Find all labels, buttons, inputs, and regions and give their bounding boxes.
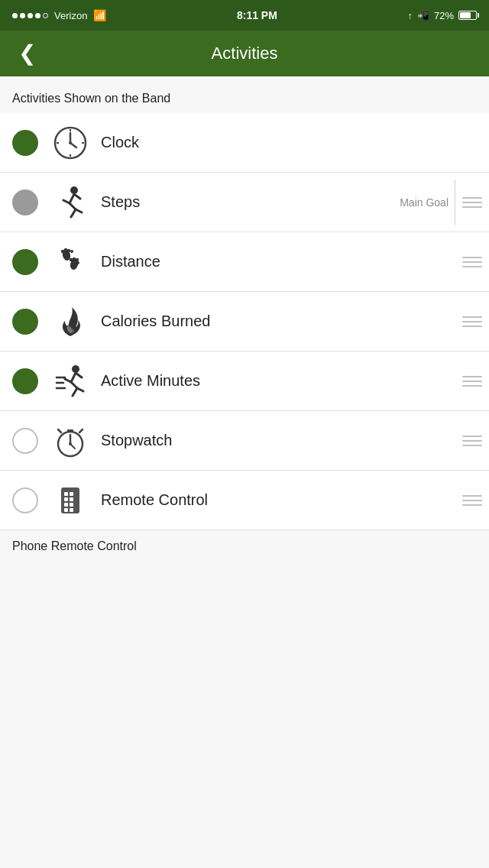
svg-line-13	[74, 194, 80, 199]
svg-line-9	[70, 194, 74, 203]
svg-point-17	[61, 249, 64, 252]
drag-line-2	[462, 321, 482, 322]
list-item: Active Minutes	[0, 351, 489, 411]
carrier-name: Verizon	[54, 10, 87, 21]
svg-line-27	[71, 382, 77, 388]
nav-bar: ❮ Activities	[0, 31, 489, 76]
svg-line-31	[77, 388, 83, 391]
svg-rect-48	[64, 503, 68, 507]
location-icon: ↑	[407, 10, 413, 21]
svg-rect-44	[70, 492, 73, 496]
svg-line-30	[76, 373, 82, 377]
stopwatch-label: Stopwatch	[101, 432, 455, 449]
nav-title: Activities	[212, 44, 278, 63]
toggle-stopwatch[interactable]	[12, 428, 38, 454]
drag-line-3	[462, 266, 482, 267]
distance-label: Distance	[101, 253, 455, 270]
dot-4	[35, 13, 40, 18]
svg-rect-50	[64, 508, 68, 512]
activity-list: Clock Steps Main Goal	[0, 113, 489, 530]
dot-3	[28, 13, 33, 18]
svg-point-18	[64, 248, 67, 251]
toggle-clock[interactable]	[12, 130, 38, 156]
svg-rect-38	[67, 429, 73, 432]
svg-rect-49	[70, 503, 73, 507]
status-time: 8:11 PM	[237, 9, 277, 21]
status-bar: Verizon 📶 8:11 PM ↑ 📲 72%	[0, 0, 489, 31]
calories-label: Calories Burned	[101, 313, 455, 330]
toggle-steps[interactable]	[12, 189, 38, 215]
distance-drag-handle[interactable]	[455, 245, 489, 279]
svg-line-39	[79, 429, 83, 432]
svg-point-41	[69, 442, 72, 445]
steps-drag-handle[interactable]	[455, 186, 489, 219]
active-minutes-icon	[50, 361, 90, 401]
svg-point-21	[70, 257, 73, 261]
drag-line-3	[462, 206, 482, 208]
toggle-active-minutes[interactable]	[12, 368, 38, 394]
svg-line-26	[71, 373, 76, 382]
svg-point-25	[72, 365, 79, 373]
list-item: Calories Burned	[0, 292, 489, 351]
battery-box	[458, 11, 477, 20]
signal-dots	[12, 13, 48, 18]
dot-1	[12, 13, 18, 18]
drag-line-1	[462, 436, 482, 437]
svg-point-20	[70, 250, 73, 253]
svg-rect-51	[70, 508, 73, 512]
calories-icon	[50, 302, 90, 342]
steps-icon	[50, 183, 90, 222]
svg-line-10	[70, 203, 76, 209]
main-goal-badge: Main Goal	[400, 196, 449, 209]
svg-rect-46	[64, 497, 68, 501]
drag-line-2	[462, 440, 482, 442]
steps-label: Steps	[101, 193, 400, 211]
toggle-distance[interactable]	[12, 249, 38, 275]
calories-drag-handle[interactable]	[455, 305, 489, 338]
svg-point-19	[67, 248, 70, 251]
drag-line-2	[462, 381, 482, 382]
svg-point-23	[76, 257, 79, 261]
svg-line-28	[73, 388, 77, 396]
drag-line-3	[462, 326, 482, 327]
battery-indicator	[458, 11, 477, 20]
svg-point-3	[69, 141, 72, 144]
stopwatch-icon	[50, 421, 90, 461]
svg-point-24	[76, 261, 79, 264]
clock-icon	[50, 123, 90, 163]
svg-line-40	[58, 429, 61, 432]
list-item: Distance	[0, 232, 489, 292]
drag-line-1	[462, 495, 482, 497]
remote-drag-handle[interactable]	[455, 484, 489, 517]
svg-line-14	[76, 209, 82, 212]
battery-percent: 72%	[434, 10, 454, 21]
svg-line-12	[63, 200, 70, 203]
drag-line-2	[462, 500, 482, 501]
drag-line-3	[462, 504, 482, 506]
drag-line-1	[462, 316, 482, 318]
drag-line-2	[462, 202, 482, 203]
drag-line-1	[462, 197, 482, 199]
drag-line-3	[462, 445, 482, 446]
status-right: ↑ 📲 72%	[407, 10, 477, 21]
list-item: Remote Control	[0, 471, 489, 530]
active-minutes-label: Active Minutes	[101, 372, 455, 390]
svg-line-11	[71, 209, 76, 217]
stopwatch-drag-handle[interactable]	[455, 424, 489, 458]
back-button[interactable]: ❮	[12, 40, 42, 67]
wifi-icon: 📶	[93, 9, 106, 21]
bluetooth-icon: 📲	[417, 10, 429, 21]
active-minutes-drag-handle[interactable]	[455, 364, 489, 398]
remote-control-icon	[50, 481, 90, 520]
svg-line-29	[65, 379, 71, 382]
drag-line-1	[462, 376, 482, 377]
toggle-remote[interactable]	[12, 487, 38, 513]
list-item: Clock	[0, 113, 489, 173]
dot-2	[20, 13, 25, 18]
svg-point-22	[73, 257, 76, 260]
section-header: Activities Shown on the Band	[0, 76, 489, 113]
status-left: Verizon 📶	[12, 9, 106, 21]
svg-rect-43	[64, 492, 68, 496]
toggle-calories[interactable]	[12, 309, 38, 335]
distance-icon	[50, 242, 90, 282]
